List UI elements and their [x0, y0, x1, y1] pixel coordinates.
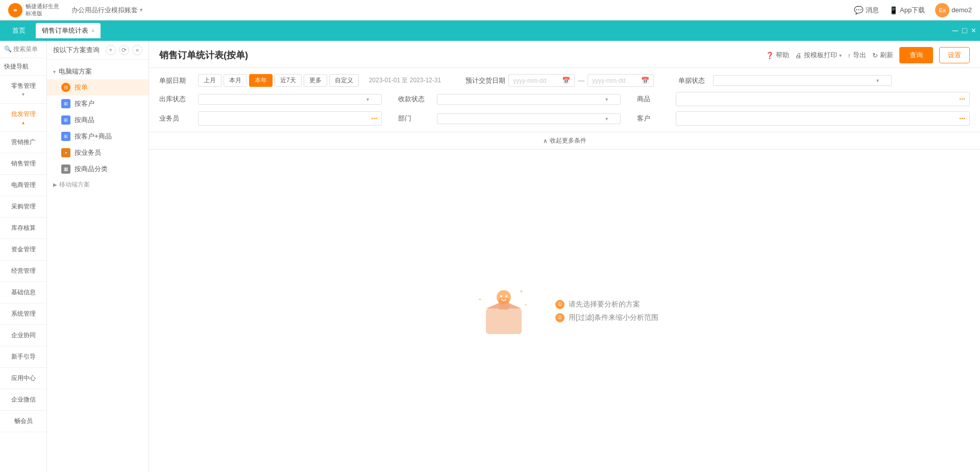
collapse-icon: ∧: [543, 137, 548, 145]
sidebar-item-marketing[interactable]: 营销推广: [0, 132, 46, 153]
export-icon: ↑: [848, 52, 851, 59]
tab-bar: 首页 销售订单统计表 × ─ □ ×: [0, 20, 980, 41]
date-btn-this-month[interactable]: 本月: [224, 74, 247, 87]
left-panel-actions: + ⟳ «: [106, 45, 142, 55]
print-arrow-icon: ▾: [839, 53, 842, 58]
sidebar-item-guide[interactable]: 新手引导: [0, 346, 46, 368]
breadcrumb-text: 办公用品行业模拟账套: [71, 6, 138, 15]
date-btn-7days[interactable]: 近7天: [275, 74, 302, 87]
expected-date-end[interactable]: yyyy-mm-dd 📅: [587, 74, 654, 87]
page-header: 销售订单统计表(按单) ❓ 帮助 🖨 按模板打印 ▾ ↑ 导出: [149, 41, 980, 68]
payment-status-arrow-icon: ▾: [605, 97, 608, 102]
window-close-button[interactable]: ×: [971, 26, 976, 35]
collapse-bar[interactable]: ∧ 收起更多条件: [149, 132, 980, 150]
tab-bar-right-controls: ─ □ ×: [952, 26, 976, 35]
window-minimize-button[interactable]: ─: [952, 26, 958, 35]
sidebar-item-ecommerce[interactable]: 电商管理: [0, 175, 46, 196]
expected-date-start[interactable]: yyyy-mm-dd 📅: [508, 74, 575, 87]
query-button[interactable]: 查询: [899, 47, 933, 63]
warehouse-status-select[interactable]: ▾: [198, 94, 382, 105]
sidebar-item-inventory[interactable]: 库存核算: [0, 218, 46, 239]
tree-item-by-category[interactable]: ▦ 按商品分类: [47, 161, 149, 177]
message-button[interactable]: 💬 消息: [854, 6, 879, 15]
svg-text:✦: ✦: [478, 297, 482, 302]
sidebar-item-system[interactable]: 系统管理: [0, 303, 46, 325]
product-dots[interactable]: ···: [959, 95, 965, 103]
doc-status-group: 单据状态 ▾: [678, 75, 970, 86]
print-button[interactable]: 🖨 按模板打印 ▾: [795, 51, 842, 60]
tip2-num: ②: [555, 313, 565, 322]
empty-tips: ① 请先选择要分析的方案 ② 用[过滤]条件来缩小分析范围: [555, 300, 658, 322]
dept-arrow-icon: ▾: [605, 116, 608, 122]
date-btn-last-month[interactable]: 上月: [198, 74, 222, 87]
sidebar-item-finance[interactable]: 资金管理: [0, 239, 46, 261]
top-header: 畅捷通好生意 标准版 办公用品行业模拟账套 ▾ 💬 消息 📱 App下载 Ea …: [0, 0, 980, 20]
customer-input[interactable]: ···: [676, 111, 970, 126]
tab-sales-order[interactable]: 销售订单统计表 ×: [36, 23, 101, 38]
sidebar-item-wechat[interactable]: 企业微信: [0, 389, 46, 411]
filter-row-more: 业务员 ··· 部门 ▾ 客户 ···: [159, 111, 970, 126]
app-download-button[interactable]: 📱 App下载: [889, 6, 925, 15]
tree-desktop-section[interactable]: ▾ 电脑端方案: [47, 64, 149, 79]
svg-text:✦: ✦: [524, 303, 527, 306]
refresh-icon: ↻: [872, 52, 878, 59]
expected-date-label: 预计交货日期: [465, 76, 505, 85]
window-maximize-button[interactable]: □: [962, 26, 967, 35]
date-btn-custom[interactable]: 自定义: [329, 74, 359, 87]
doc-status-select[interactable]: ▾: [713, 75, 892, 86]
search-icon: 🔍: [4, 45, 12, 53]
tree-mobile-arrow-icon: ▶: [53, 182, 57, 187]
breadcrumb-arrow-icon: ▾: [140, 7, 143, 13]
sidebar-item-members[interactable]: 畅会员: [0, 411, 46, 432]
sidebar-quick-nav[interactable]: 快捷导航: [0, 58, 46, 76]
date-btn-more[interactable]: 更多: [304, 74, 327, 87]
sidebar-item-basic-info[interactable]: 基础信息: [0, 282, 46, 303]
tab-home[interactable]: 首页: [4, 23, 34, 38]
breadcrumb[interactable]: 办公用品行业模拟账套 ▾: [71, 6, 143, 15]
customer-dots[interactable]: ···: [959, 114, 965, 123]
user-menu[interactable]: Ea demo2: [935, 3, 972, 17]
sidebar-item-retail[interactable]: 零售管理 ▾: [0, 76, 46, 104]
export-button[interactable]: ↑ 导出: [848, 51, 867, 60]
avatar: Ea: [935, 3, 949, 17]
sidebar-item-purchase[interactable]: 采购管理: [0, 196, 46, 218]
by-customer-product-icon: ⊞: [61, 132, 70, 141]
salesman-dots[interactable]: ···: [371, 114, 377, 123]
tree-mobile-section[interactable]: ▶ 移动端方案: [47, 177, 149, 192]
svg-point-6: [505, 295, 507, 297]
calendar-start-icon: 📅: [562, 77, 570, 84]
logo-area: 畅捷通好生意 标准版: [8, 3, 59, 17]
tip1-text: 请先选择要分析的方案: [569, 300, 640, 309]
sidebar-item-enterprise[interactable]: 企业协同: [0, 325, 46, 346]
sidebar-item-wholesale[interactable]: 批发管理 ▴: [0, 104, 46, 132]
warehouse-status-label: 出库状态: [159, 95, 190, 104]
refresh-scheme-button[interactable]: ⟳: [119, 45, 129, 55]
dept-select[interactable]: ▾: [437, 113, 621, 124]
sidebar-item-operations[interactable]: 经营管理: [0, 261, 46, 282]
product-input[interactable]: ···: [676, 92, 970, 106]
tree-item-by-order[interactable]: 按 按单: [47, 79, 149, 96]
settings-button[interactable]: 设置: [939, 47, 970, 63]
refresh-button[interactable]: ↻ 刷新: [872, 51, 893, 60]
collapse-panel-button[interactable]: «: [132, 45, 142, 55]
date-btn-this-year[interactable]: 本年: [249, 74, 273, 87]
header-right: 💬 消息 📱 App下载 Ea demo2: [854, 3, 972, 17]
tree-item-by-product[interactable]: ⊞ 按商品: [47, 112, 149, 128]
svg-rect-1: [486, 309, 522, 334]
svg-point-5: [500, 295, 502, 297]
sidebar-item-sales[interactable]: 销售管理: [0, 153, 46, 175]
add-scheme-button[interactable]: +: [106, 45, 116, 55]
left-panel-title: 按以下方案查询: [53, 45, 100, 55]
payment-status-select[interactable]: ▾: [437, 94, 621, 105]
tip2-text: 用[过滤]条件来缩小分析范围: [569, 313, 658, 322]
salesman-input[interactable]: ···: [198, 111, 382, 126]
tree-item-by-salesman[interactable]: ▪ 按业务员: [47, 145, 149, 161]
app-icon: 📱: [889, 6, 898, 14]
help-button[interactable]: ❓ 帮助: [766, 51, 789, 60]
tree-item-by-customer-product[interactable]: ⊞ 按客户+商品: [47, 128, 149, 145]
logo-text: 畅捷通好生意 标准版: [26, 3, 59, 16]
tab-close-icon[interactable]: ×: [91, 28, 94, 34]
tree-item-by-customer[interactable]: ⊞ 按客户: [47, 96, 149, 112]
sidebar-search[interactable]: 🔍 搜索菜单: [0, 41, 46, 58]
sidebar-item-app-center[interactable]: 应用中心: [0, 368, 46, 389]
